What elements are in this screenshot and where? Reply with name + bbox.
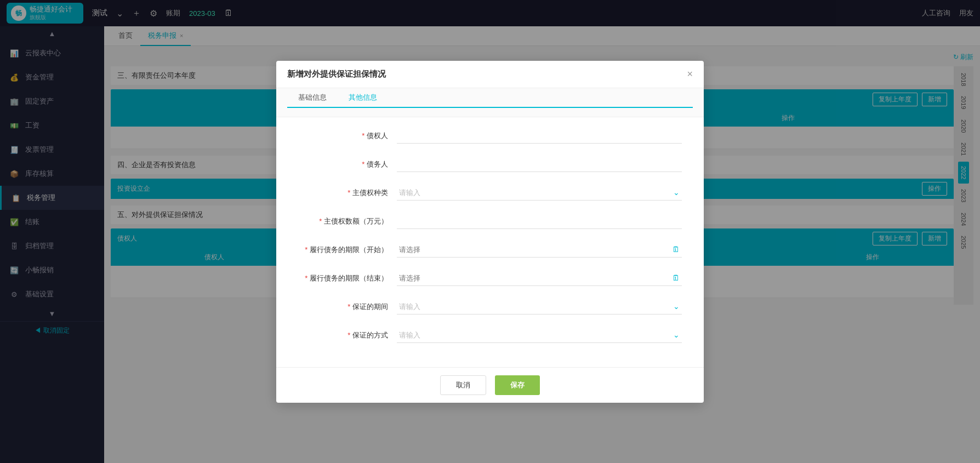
form-field-creditor: * 债权人 bbox=[298, 128, 682, 144]
form-field-guarantee-method: * 保证的方式 请输入 ⌄ bbox=[298, 328, 682, 343]
form-field-debtor: * 债务人 bbox=[298, 157, 682, 172]
obligation-end-input[interactable] bbox=[397, 271, 682, 285]
form-field-obligation-end: * 履行债务的期限（结束） 🗓 bbox=[298, 271, 682, 286]
creditor-input[interactable] bbox=[397, 128, 682, 144]
guarantee-method-wrapper: 请输入 ⌄ bbox=[397, 328, 682, 343]
modal-title: 新增对外提供保证担保情况 bbox=[287, 69, 386, 79]
form-field-obligation-start: * 履行债务的期限（开始） 🗓 bbox=[298, 242, 682, 258]
guarantee-method-select[interactable]: 请输入 bbox=[397, 328, 682, 342]
guarantee-method-label: * 保证的方式 bbox=[298, 330, 397, 340]
obligation-end-wrapper: 🗓 bbox=[397, 271, 682, 286]
modal-header: 新增对外提供保证担保情况 × bbox=[276, 61, 704, 88]
form-field-claim-amount: * 主债权数额（万元） bbox=[298, 214, 682, 229]
obligation-start-wrapper: 🗓 bbox=[397, 242, 682, 258]
modal-add-guarantee: 新增对外提供保证担保情况 × 基础信息 其他信息 * 债权人 bbox=[276, 61, 704, 403]
debtor-input[interactable] bbox=[397, 157, 682, 172]
obligation-end-calendar-icon[interactable]: 🗓 bbox=[672, 273, 680, 282]
claim-amount-label: * 主债权数额（万元） bbox=[298, 216, 397, 226]
obligation-start-input[interactable] bbox=[397, 242, 682, 257]
guarantee-period-label: * 保证的期间 bbox=[298, 302, 397, 312]
modal-body: * 债权人 * 债务人 * 主债权种类 bbox=[276, 117, 704, 367]
modal-footer: 取消 保存 bbox=[276, 367, 704, 403]
cancel-btn[interactable]: 取消 bbox=[440, 375, 486, 395]
claim-amount-input[interactable] bbox=[397, 214, 682, 229]
modal-tab-basic[interactable]: 基础信息 bbox=[287, 88, 338, 107]
claim-type-label: * 主债权种类 bbox=[298, 188, 397, 198]
claim-type-select[interactable]: 请输入 bbox=[397, 185, 682, 200]
modal-close-btn[interactable]: × bbox=[687, 68, 693, 80]
form-field-claim-type: * 主债权种类 请输入 ⌄ bbox=[298, 185, 682, 201]
obligation-start-label: * 履行债务的期限（开始） bbox=[298, 245, 397, 255]
form-field-guarantee-period: * 保证的期间 请输入 ⌄ bbox=[298, 299, 682, 315]
modal-tab-other[interactable]: 其他信息 bbox=[338, 88, 388, 108]
obligation-end-label: * 履行债务的期限（结束） bbox=[298, 273, 397, 283]
obligation-start-calendar-icon[interactable]: 🗓 bbox=[672, 245, 680, 254]
guarantee-period-wrapper: 请输入 ⌄ bbox=[397, 299, 682, 315]
claim-type-wrapper: 请输入 ⌄ bbox=[397, 185, 682, 201]
save-btn[interactable]: 保存 bbox=[495, 375, 540, 395]
guarantee-period-select[interactable]: 请输入 bbox=[397, 299, 682, 314]
creditor-label: * 债权人 bbox=[298, 131, 397, 141]
debtor-label: * 债务人 bbox=[298, 159, 397, 169]
modal-overlay: 新增对外提供保证担保情况 × 基础信息 其他信息 * 债权人 bbox=[0, 0, 980, 463]
modal-form-tabs: 基础信息 其他信息 bbox=[287, 88, 693, 108]
